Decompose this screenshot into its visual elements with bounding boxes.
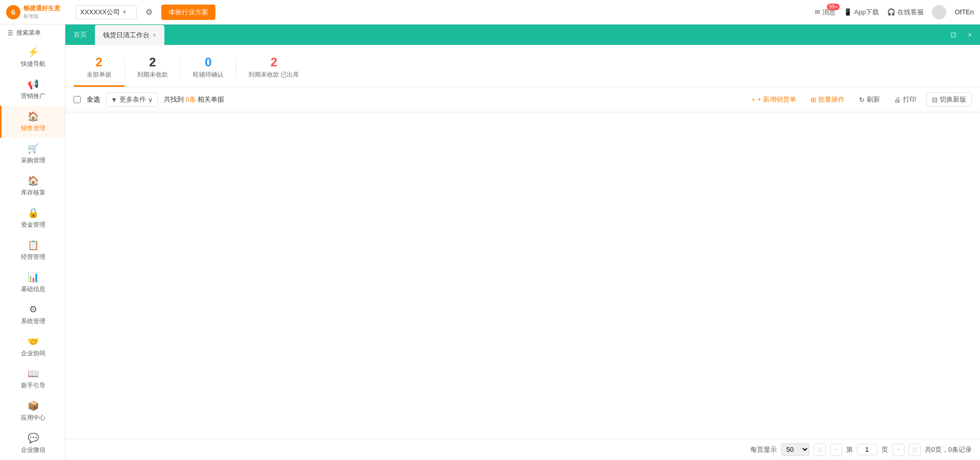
switch-icon: ⊟ (932, 96, 938, 104)
marketing-icon: 📢 (28, 79, 39, 90)
cooperation-icon: 🤝 (28, 336, 39, 347)
sidebar-item-sales[interactable]: 🏠 销售管理 (0, 106, 65, 138)
more-filters-label: 更多条件 (119, 95, 146, 104)
avatar[interactable] (932, 5, 946, 19)
logo-sub-text: 标准版 (23, 13, 60, 19)
tab-home[interactable]: 首页 (65, 25, 95, 45)
stat-tab-overdue-out[interactable]: 2 到期未收款 已出库 (236, 51, 311, 87)
filter-arrow-icon: ∨ (148, 96, 153, 104)
sidebar: ☰ 搜索菜单 ⚡ 快捷导航 📢 营销推广 🏠 销售管理 🛒 采购管理 🏠 库存核… (0, 25, 65, 460)
app-download-label: App下载 (854, 8, 879, 17)
sidebar-purchase-label: 采购管理 (21, 156, 45, 165)
sidebar-item-purchase[interactable]: 🛒 采购管理 (0, 138, 65, 170)
tab-restore-button[interactable]: ⊡ (947, 29, 960, 41)
batch-label: 批量操作 (818, 95, 845, 104)
online-service-label: 在线客服 (897, 8, 924, 17)
select-all-label: 全选 (87, 95, 100, 104)
download-icon: 📱 (844, 8, 852, 16)
tab-home-label: 首页 (74, 30, 87, 39)
sidebar-cooperation-label: 企业协同 (21, 349, 45, 358)
sidebar-finance-label: 资金管理 (21, 221, 45, 229)
inventory-icon: 🏠 (28, 175, 39, 186)
sidebar-system-label: 系统管理 (21, 317, 45, 326)
online-service-button[interactable]: 🎧 在线客服 (887, 8, 924, 17)
sidebar-item-guide[interactable]: 📖 新手引导 (0, 363, 65, 395)
search-icon: ☰ (8, 30, 13, 37)
trial-button[interactable]: 体验行业方案 (161, 5, 215, 20)
sidebar-item-system[interactable]: ⚙ 系统管理 (0, 299, 65, 331)
message-button[interactable]: ✉ 消息 99+ (815, 8, 836, 17)
app-download-button[interactable]: 📱 App下载 (844, 8, 879, 17)
switch-label: 切换新版 (940, 95, 966, 104)
sidebar-guide-label: 新手引导 (21, 381, 45, 390)
header-left: 6 畅捷通好生意 标准版 XXXXXX公司 ▼ ⚙ 体验行业方案 (6, 4, 215, 20)
logo-area: 6 畅捷通好生意 标准版 (6, 5, 71, 19)
sidebar-app-center-label: 应用中心 (21, 414, 45, 422)
stat-overdue-label: 到期未收款 (137, 70, 168, 79)
sidebar-item-base-info[interactable]: 📊 基础信息 (0, 267, 65, 299)
stat-tab-overdue[interactable]: 2 到期未收款 (125, 51, 180, 87)
tab-close-icon[interactable]: × (153, 32, 156, 39)
sidebar-item-operations[interactable]: 📋 经营管理 (0, 234, 65, 267)
stat-pending-num: 0 (205, 55, 211, 69)
prev-page-button[interactable]: ＜ (830, 444, 842, 456)
select-all-checkbox[interactable] (74, 96, 81, 103)
operations-icon: 📋 (28, 239, 39, 251)
tab-workbench-label: 钱货日清工作台 (103, 31, 150, 40)
tab-workbench[interactable]: 钱货日清工作台 × (95, 25, 164, 45)
message-badge: 99+ (827, 4, 840, 10)
sidebar-sales-label: 销售管理 (21, 124, 45, 133)
tab-bar: 首页 钱货日清工作台 × ⊡ × (65, 25, 980, 45)
refresh-button[interactable]: ↻ 刷新 (855, 93, 884, 106)
first-page-button[interactable]: ⟨⟨ (814, 444, 826, 456)
table-area (65, 112, 980, 439)
header-right: ✉ 消息 99+ 📱 App下载 🎧 在线客服 OfTEn (815, 5, 974, 19)
next-page-button[interactable]: ＞ (892, 444, 904, 456)
sidebar-item-app-center[interactable]: 📦 应用中心 (0, 395, 65, 427)
settings-button[interactable]: ⚙ (141, 4, 157, 20)
found-count: 0条 (186, 95, 196, 103)
last-page-button[interactable]: ⟩⟩ (909, 444, 921, 456)
stat-overdue-out-num: 2 (271, 55, 277, 69)
stat-all-label: 全部单据 (87, 70, 111, 79)
sidebar-item-wechat[interactable]: 💬 企业微信 (0, 427, 65, 459)
sidebar-inventory-label: 库存核算 (21, 188, 45, 197)
per-page-select[interactable]: 50 100 200 (781, 443, 810, 456)
sidebar-item-marketing[interactable]: 📢 营销推广 (0, 74, 65, 106)
sidebar-item-finance[interactable]: 🔒 资金管理 (0, 202, 65, 234)
page-content: 2 全部单据 2 到期未收款 0 旺辅待确认 2 到期未收款 已出库 (65, 45, 980, 460)
filter-icon: ▼ (111, 96, 117, 104)
print-icon: 🖨 (894, 96, 901, 104)
stat-tab-all[interactable]: 2 全部单据 (74, 51, 125, 87)
toolbar-right: + + 新增销货单 ⊞ 批量操作 ↻ 刷新 🖨 打印 (747, 92, 972, 107)
guide-icon: 📖 (28, 368, 39, 379)
service-icon: 🎧 (887, 8, 895, 16)
sidebar-search-label: 搜索菜单 (16, 29, 41, 37)
batch-icon: ⊞ (811, 96, 816, 104)
sidebar-item-inventory[interactable]: 🏠 库存核算 (0, 170, 65, 202)
company-arrow-icon: ▼ (122, 9, 127, 15)
sidebar-base-info-label: 基础信息 (21, 285, 45, 294)
more-filters-button[interactable]: ▼ 更多条件 ∨ (106, 92, 158, 107)
message-icon: ✉ (815, 8, 820, 16)
stat-tab-pending[interactable]: 0 旺辅待确认 (181, 51, 236, 87)
page-number-input[interactable] (857, 444, 877, 455)
app-center-icon: 📦 (28, 400, 39, 411)
switch-version-button[interactable]: ⊟ 切换新版 (926, 92, 972, 107)
tab-minimize-button[interactable]: × (964, 29, 976, 41)
gear-icon: ⚙ (145, 7, 153, 17)
stats-tabs: 2 全部单据 2 到期未收款 0 旺辅待确认 2 到期未收款 已出库 (65, 45, 980, 87)
sidebar-item-cooperation[interactable]: 🤝 企业协同 (0, 331, 65, 363)
print-button[interactable]: 🖨 打印 (890, 93, 920, 106)
add-sales-order-button[interactable]: + + 新增销货单 (747, 93, 800, 106)
system-icon: ⚙ (29, 304, 37, 315)
finance-icon: 🔒 (28, 207, 39, 219)
sidebar-marketing-label: 营销推广 (21, 92, 45, 101)
sidebar-item-quick-nav[interactable]: ⚡ 快捷导航 (0, 41, 65, 74)
add-icon: + (751, 96, 755, 104)
company-selector[interactable]: XXXXXX公司 ▼ (76, 5, 137, 19)
logo-icon: 6 (6, 5, 20, 19)
sidebar-item-search[interactable]: ☰ 搜索菜单 (0, 25, 65, 41)
found-text: 共找到 0条 相关单据 (164, 95, 224, 104)
batch-operation-button[interactable]: ⊞ 批量操作 (806, 93, 849, 106)
